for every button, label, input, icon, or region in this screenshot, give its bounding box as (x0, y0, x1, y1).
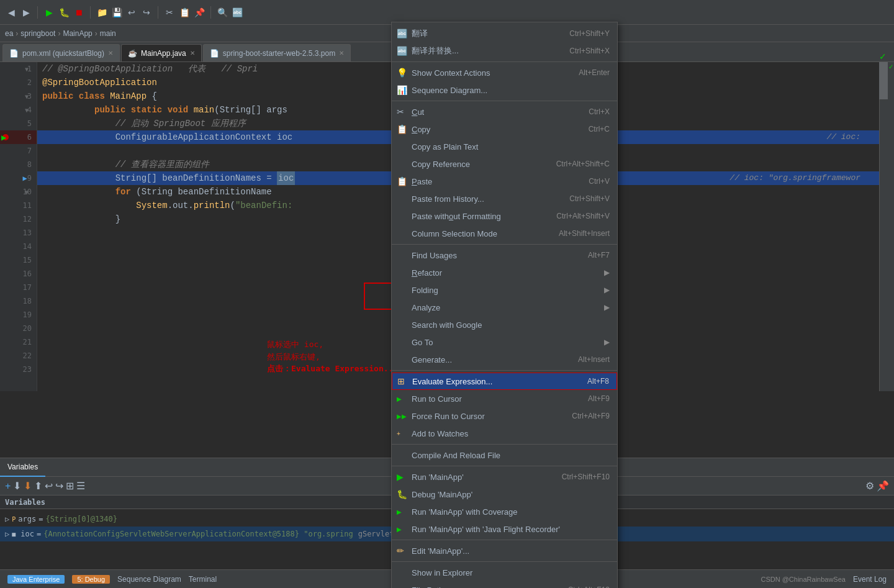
breadcrumb-item-springboot[interactable]: springboot (20, 29, 55, 38)
menu-shortcut-translate-replace: Ctrl+Shift+X (569, 47, 610, 55)
checkmark-icon[interactable]: ✓ (874, 52, 892, 61)
status-sequence[interactable]: Sequence Diagram (117, 575, 181, 584)
menu-item-goto[interactable]: Go To ▶ (392, 333, 617, 351)
status-left: Java Enterprise 5: Debug Sequence Diagra… (7, 575, 751, 584)
tab-pom-close[interactable]: ✕ (108, 50, 113, 57)
debug-upload-icon[interactable]: ⬆ (34, 480, 42, 492)
menu-item-translate-replace[interactable]: 🔤 翻译并替换... Ctrl+Shift+X (392, 42, 617, 60)
breadcrumb-item-main[interactable]: main (100, 29, 116, 38)
toolbar-translate-icon[interactable]: 🔤 (231, 6, 243, 19)
debug-align-icon[interactable]: ☰ (76, 480, 85, 492)
toolbar-stop-icon[interactable]: ⏹ (73, 6, 85, 19)
toolbar-undo-icon[interactable]: ↩ (125, 6, 138, 19)
gutter-line-9: ▶ 9 (0, 171, 37, 185)
toolbar-run-icon[interactable]: ▶ (43, 6, 55, 19)
ioc-expand[interactable]: ▷ (5, 530, 9, 538)
debug-redo-icon[interactable]: ↪ (55, 480, 63, 492)
breadcrumb-item-ea[interactable]: ea (5, 29, 13, 38)
breadcrumb-sep-3: › (95, 29, 97, 38)
ioc-eq: = (37, 530, 41, 538)
menu-item-paste-history[interactable]: Paste from History... Ctrl+Shift+V (392, 190, 617, 207)
menu-item-translate[interactable]: 🔤 翻译 Ctrl+Shift+Y (392, 25, 617, 42)
menu-item-compile[interactable]: Compile And Reload File (392, 446, 617, 464)
debug-download-icon[interactable]: ⬇ (13, 480, 21, 492)
menu-item-generate[interactable]: Generate... Alt+Insert (392, 351, 617, 368)
menu-item-evaluate[interactable]: ⊞ Evaluate Expression... Alt+F8 (392, 373, 617, 390)
menu-item-copy-plain[interactable]: Copy as Plain Text (392, 138, 617, 155)
status-event-log[interactable]: Event Log (853, 575, 887, 584)
debug-download2-icon[interactable]: ⬇ (24, 480, 32, 492)
scroll-thumb[interactable] (879, 62, 888, 99)
menu-item-run-main[interactable]: ▶ Run 'MainApp' Ctrl+Shift+F10 (392, 468, 617, 486)
menu-item-paste-nofmt[interactable]: Paste without Formatting Ctrl+Alt+Shift+… (392, 207, 617, 225)
toolbar-copy-icon[interactable]: 📋 (178, 6, 191, 19)
menu-item-cut[interactable]: ✂ Cut Ctrl+X (392, 103, 617, 120)
translate-icon: 🔤 (397, 29, 407, 38)
menu-shortcut-run-main: Ctrl+Shift+F10 (562, 473, 610, 481)
run-cursor-icon: ▶ (397, 396, 402, 402)
menu-item-run-coverage[interactable]: ▶ Run 'MainApp' with Coverage (392, 503, 617, 520)
tab-mainapp-close[interactable]: ✕ (190, 50, 195, 57)
copy-icon: 📋 (397, 124, 407, 134)
add-watches-icon: + (397, 430, 400, 437)
menu-item-edit-main[interactable]: ✏ Edit 'MainApp'... (392, 542, 617, 559)
bottom-tab-variables[interactable]: Variables (0, 458, 45, 477)
translate-replace-icon: 🔤 (397, 46, 407, 56)
args-expand[interactable]: ▷ (5, 515, 9, 523)
menu-item-find-usages[interactable]: Find Usages Alt+F7 (392, 247, 617, 264)
toolbar-forward-icon[interactable]: ▶ (20, 6, 32, 19)
menu-item-run-flight[interactable]: ▶ Run 'MainApp' with 'Java Flight Record… (392, 520, 617, 538)
debug-pin-icon[interactable]: 📌 (877, 480, 889, 492)
menu-item-analyze[interactable]: Analyze ▶ (392, 299, 617, 316)
tab-mainapp[interactable]: ☕ MainApp.java ✕ (121, 44, 202, 61)
menu-item-copy-ref[interactable]: Copy Reference Ctrl+Alt+Shift+C (392, 155, 617, 173)
tab-pom[interactable]: 📄 pom.xml (quickstartBlog) ✕ (2, 44, 120, 61)
toolbar-redo-icon[interactable]: ↪ (140, 6, 153, 19)
debug-table-icon[interactable]: ⊞ (66, 480, 74, 492)
menu-item-copy[interactable]: 📋 Copy Ctrl+C (392, 120, 617, 138)
gutter-line-19: 19 (0, 308, 37, 322)
toolbar-debug-icon[interactable]: 🐛 (58, 6, 70, 19)
status-debug[interactable]: 5: Debug (72, 575, 110, 584)
gutter-line-23: 23 (0, 363, 37, 376)
status-java[interactable]: Java Enterprise (7, 575, 65, 584)
evaluate-icon: ⊞ (397, 376, 405, 386)
tab-spring-icon: 📄 (210, 49, 219, 58)
menu-item-show-context[interactable]: 💡 Show Context Actions Alt+Enter (392, 64, 617, 81)
status-right: CSDN @ChinaRainbawSea Event Log (761, 575, 887, 584)
menu-item-refactor[interactable]: Refactor ▶ (392, 264, 617, 281)
menu-item-paste[interactable]: 📋 Paste Ctrl+V (392, 173, 617, 190)
toolbar-cut-icon[interactable]: ✂ (163, 6, 176, 19)
menu-item-folding[interactable]: Folding ▶ (392, 281, 617, 299)
editor-scrollbar[interactable] (879, 62, 888, 391)
menu-item-search-google[interactable]: Search with Google (392, 316, 617, 333)
menu-item-run-cursor[interactable]: ▶ Run to Cursor Alt+F9 (392, 390, 617, 407)
menu-item-column-mode[interactable]: Column Selection Mode Alt+Shift+Insert (392, 225, 617, 242)
menu-label-force-run-cursor: Force Run to Cursor (412, 412, 559, 421)
tab-spring[interactable]: 📄 spring-boot-starter-web-2.5.3.pom ✕ (203, 44, 351, 61)
menu-shortcut-paste-nofmt: Ctrl+Alt+Shift+V (556, 212, 610, 220)
debug-add-icon[interactable]: + (5, 481, 11, 492)
menu-item-sequence[interactable]: 📊 Sequence Diagram... (392, 81, 617, 99)
toolbar-file-icon[interactable]: 📁 (96, 6, 108, 19)
gutter-line-13: 13 (0, 226, 37, 240)
menu-label-cut: Cut (412, 107, 576, 117)
menu-item-debug-main[interactable]: 🐛 Debug 'MainApp' (392, 486, 617, 503)
menu-item-force-run-cursor[interactable]: ▶▶ Force Run to Cursor Ctrl+Alt+F9 (392, 407, 617, 425)
menu-label-file-path: File Path (412, 586, 556, 589)
debug-settings-icon[interactable]: ⚙ (865, 480, 874, 492)
menu-item-add-watches[interactable]: + Add to Watches (392, 425, 617, 442)
tab-spring-close[interactable]: ✕ (339, 50, 344, 57)
breadcrumb-item-mainapp[interactable]: MainApp (63, 29, 92, 38)
toolbar-save-icon[interactable]: 💾 (111, 6, 123, 19)
menu-item-show-explorer[interactable]: Show in Explorer (392, 564, 617, 581)
sequence-icon: 📊 (397, 85, 407, 95)
tab-pom-icon: 📄 (9, 49, 19, 58)
toolbar-paste-icon[interactable]: 📌 (193, 6, 205, 19)
status-terminal[interactable]: Terminal (189, 575, 217, 584)
gutter-line-2: 2 (0, 76, 37, 89)
menu-item-file-path[interactable]: File Path Ctrl+Alt+F12 (392, 581, 617, 588)
debug-undo-icon[interactable]: ↩ (45, 480, 53, 492)
toolbar-search-icon[interactable]: 🔍 (216, 6, 228, 19)
toolbar-back-icon[interactable]: ◀ (5, 6, 17, 19)
